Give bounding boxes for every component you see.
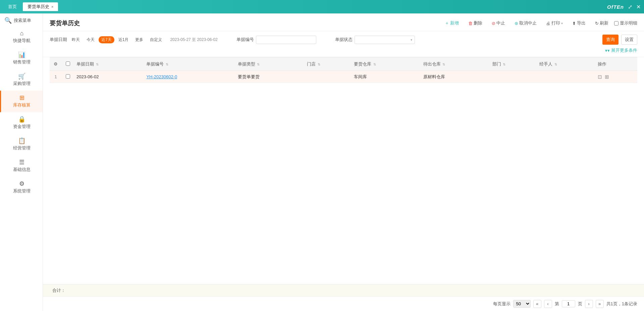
prev-page-icon: ‹	[547, 301, 548, 306]
date-pill-today[interactable]: 今天	[84, 36, 97, 43]
prev-page-button[interactable]: ‹	[544, 300, 552, 308]
date-pill-more[interactable]: 更多	[132, 36, 146, 43]
inventory-icon: ⊞	[19, 95, 24, 101]
sidebar-item-inventory-label: 库存核算	[13, 102, 31, 108]
col-settings[interactable]: ⚙	[50, 57, 62, 71]
bill-type-sort-icon: ⇅	[257, 62, 260, 66]
row-more-icon[interactable]: ⊞	[605, 74, 609, 80]
query-button[interactable]: 查询	[602, 35, 619, 45]
search-icon: 🔍	[4, 17, 12, 24]
row-view-icon[interactable]: ⊡	[598, 74, 602, 80]
row-req-warehouse: 车间库	[351, 71, 420, 83]
row-bill-type: 要货单要货	[235, 71, 304, 83]
brand-name: OfTEn	[607, 4, 624, 10]
page-input[interactable]	[562, 300, 575, 307]
header-actions: ＋ 新增 🗑 删除 ⊘ 中止 ⊛ 取消中止 🖨 打印	[441, 18, 637, 28]
col-bill-type[interactable]: 单据类型 ⇅	[235, 57, 304, 71]
sidebar-item-system[interactable]: ⚙ 系统管理	[0, 177, 43, 198]
delete-button[interactable]: 🗑 删除	[465, 18, 486, 28]
cancel-stop-label: 取消中止	[519, 20, 537, 26]
col-ops-label: 操作	[598, 61, 606, 66]
filter-bill-status: 单据状态 ▾	[335, 36, 415, 44]
table-container: ⚙ 单据日期 ⇅ 单据编号 ⇅ 单据类型	[43, 57, 644, 284]
filter-bill-status-wrapper: ▾	[355, 36, 415, 44]
first-page-button[interactable]: «	[533, 300, 541, 308]
sidebar-search[interactable]: 🔍 搜索菜单	[0, 15, 43, 26]
col-req-warehouse[interactable]: 要货仓库 ⇅	[351, 57, 420, 71]
content-area: 要货单历史 ＋ 新增 🗑 删除 ⊘ 中止 ⊛ 取消中止	[43, 13, 644, 311]
sidebar-item-basic-info[interactable]: ☰ 基础信息	[0, 155, 43, 177]
col-pending-warehouse[interactable]: 待出仓库 ⇅	[421, 57, 490, 71]
col-dept[interactable]: 部门 ⇅	[490, 57, 537, 71]
footer-sum: 合计：	[43, 284, 644, 296]
finance-icon: 🔒	[18, 116, 25, 122]
row-bill-no[interactable]: YH-20230602-0	[144, 71, 235, 83]
dept-sort-icon: ⇅	[503, 62, 505, 66]
per-page-select[interactable]: 10 20 50 100	[513, 300, 531, 308]
col-bill-date[interactable]: 单据日期 ⇅	[74, 57, 144, 71]
delete-label: 删除	[474, 20, 482, 26]
col-checkbox	[62, 57, 74, 71]
filter-bill-no-input[interactable]	[256, 36, 316, 44]
table-row: 1 2023-06-02 YH-20230602-0 要货单要货 车间库 原材料…	[50, 71, 637, 83]
next-page-button[interactable]: ›	[585, 300, 593, 308]
filter-bill-status-select[interactable]	[355, 36, 415, 44]
print-button[interactable]: 🖨 打印 ▾	[542, 18, 567, 28]
stop-button[interactable]: ⊘ 中止	[488, 18, 509, 28]
export-icon: ⬆	[572, 21, 576, 26]
sidebar-item-finance[interactable]: 🔒 资金管理	[0, 112, 43, 134]
cancel-stop-button[interactable]: ⊛ 取消中止	[511, 18, 540, 28]
last-page-button[interactable]: »	[596, 300, 604, 308]
expand-more-button[interactable]: ▾▾ 展开更多条件	[605, 47, 637, 53]
quick-nav-icon: ⌂	[20, 30, 24, 36]
col-dept-label: 部门	[492, 61, 501, 66]
date-pill-7days[interactable]: 近7天	[99, 36, 114, 43]
date-pill-custom[interactable]: 自定义	[147, 36, 165, 43]
col-store[interactable]: 门店 ⇅	[304, 57, 352, 71]
col-ops: 操作	[595, 57, 637, 71]
date-pill-yesterday[interactable]: 昨天	[69, 36, 83, 43]
filter-bill-date: 单据日期 昨天 今天 近7天 近1月 更多 自定义	[50, 36, 165, 43]
tab-close-icon[interactable]: ×	[51, 5, 53, 9]
sidebar-item-inventory[interactable]: ⊞ 库存核算	[0, 91, 43, 112]
maximize-icon[interactable]: ⤢	[628, 4, 632, 10]
col-bill-no[interactable]: 单据编号 ⇅	[144, 57, 235, 71]
store-sort-icon: ⇅	[318, 62, 320, 66]
date-pill-1month[interactable]: 近1月	[116, 36, 131, 43]
sidebar-item-operation[interactable]: 📋 经营管理	[0, 134, 43, 155]
new-icon: ＋	[445, 20, 449, 26]
page-label: 第	[555, 301, 559, 307]
col-bill-no-label: 单据编号	[146, 61, 164, 66]
expand-more-label: 展开更多条件	[611, 47, 637, 53]
refresh-button[interactable]: ↻ 刷新	[591, 18, 612, 28]
col-handler-label: 经手人	[539, 61, 552, 66]
sales-icon: 📊	[18, 52, 25, 58]
new-button[interactable]: ＋ 新增	[441, 18, 463, 28]
close-window-icon[interactable]: ✕	[636, 4, 641, 10]
purchase-icon: 🛒	[18, 73, 25, 79]
select-all-checkbox[interactable]	[66, 61, 70, 66]
show-detail-label: 显示明细	[620, 20, 637, 26]
sidebar-item-purchase[interactable]: 🛒 采购管理	[0, 69, 43, 91]
filter-bill-date-label: 单据日期	[50, 37, 67, 43]
show-detail-checkbox[interactable]: 显示明细	[614, 20, 637, 26]
export-button[interactable]: ⬆ 导出	[569, 18, 589, 28]
row-checkbox[interactable]	[66, 74, 70, 79]
basic-info-icon: ☰	[19, 159, 24, 165]
sidebar-item-quick-nav[interactable]: ⌂ 快捷导航	[0, 26, 43, 48]
sidebar-item-sales[interactable]: 📊 销售管理	[0, 48, 43, 69]
system-icon: ⚙	[19, 181, 24, 187]
pending-warehouse-sort-icon: ⇅	[442, 62, 445, 66]
tab-home[interactable]: 首页	[3, 2, 21, 11]
show-detail-input[interactable]	[614, 21, 619, 26]
filter-bill-no-label: 单据编号	[236, 37, 254, 43]
operation-icon: 📋	[18, 138, 25, 144]
total-info: 共1页，1条记录	[606, 301, 637, 307]
table-header: ⚙ 单据日期 ⇅ 单据编号 ⇅ 单据类型	[50, 57, 637, 71]
filter-row-expand: ▾▾ 展开更多条件	[50, 47, 637, 53]
col-bill-type-label: 单据类型	[238, 61, 255, 66]
col-handler[interactable]: 经手人 ⇅	[537, 57, 595, 71]
setting-button[interactable]: 设置	[621, 35, 637, 45]
row-num: 1	[50, 71, 62, 83]
tab-requisition-history[interactable]: 要货单历史 ×	[23, 2, 58, 11]
